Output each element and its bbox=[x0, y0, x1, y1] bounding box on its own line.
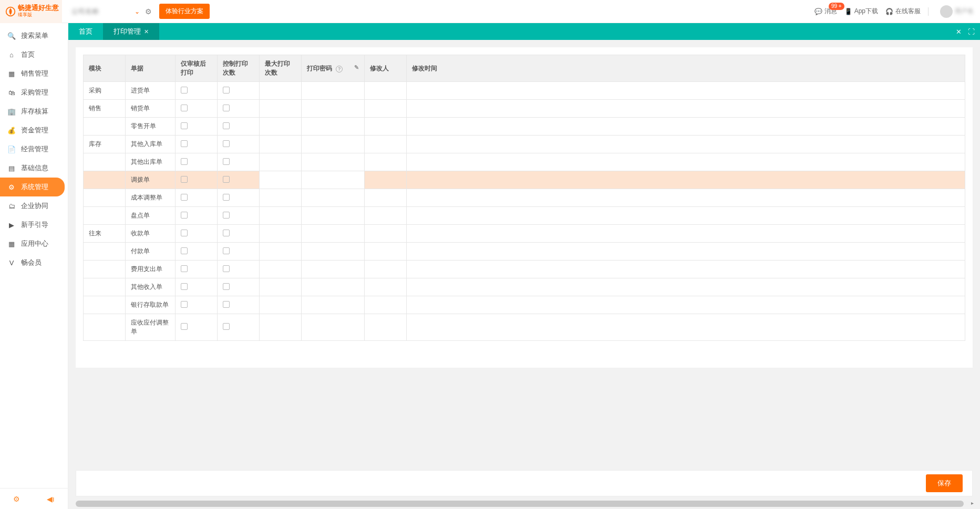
cell-doc: 应收应付调整单 bbox=[126, 314, 176, 341]
checkbox-ctrl-count[interactable] bbox=[223, 105, 230, 111]
cell-modtime bbox=[407, 261, 965, 278]
cell-password bbox=[302, 82, 365, 100]
cell-max-count[interactable] bbox=[260, 171, 302, 189]
checkbox-audit-print[interactable] bbox=[181, 158, 188, 165]
sidebar-item-home[interactable]: ⌂首页 bbox=[0, 45, 68, 64]
checkbox-ctrl-count[interactable] bbox=[223, 323, 230, 330]
sidebar-item-operate[interactable]: 📄经营管理 bbox=[0, 140, 68, 159]
checkbox-ctrl-count[interactable] bbox=[223, 283, 230, 290]
operate-icon: 📄 bbox=[7, 145, 16, 153]
user-menu[interactable]: 用户名 bbox=[936, 5, 974, 18]
sidebar-item-funds[interactable]: 💰资金管理 bbox=[0, 121, 68, 140]
cell-modtime bbox=[407, 243, 965, 261]
messages-badge: 99 + bbox=[829, 3, 844, 10]
checkbox-audit-print[interactable] bbox=[181, 283, 188, 290]
cell-password bbox=[302, 189, 365, 207]
checkbox-audit-print[interactable] bbox=[181, 140, 188, 147]
sidebar-item-basic[interactable]: ▤基础信息 bbox=[0, 159, 68, 178]
help-icon[interactable]: ? bbox=[336, 66, 343, 72]
scroll-right-icon[interactable]: ▸ bbox=[971, 500, 974, 506]
cell-doc: 付款单 bbox=[126, 243, 176, 261]
sidebar-item-vip[interactable]: V畅会员 bbox=[0, 253, 68, 272]
cell-doc: 零售开单 bbox=[126, 118, 176, 136]
cell-module: 销售 bbox=[84, 100, 126, 118]
company-select[interactable]: 公司名称 bbox=[71, 7, 99, 16]
checkbox-ctrl-count[interactable] bbox=[223, 301, 230, 308]
checkbox-audit-print[interactable] bbox=[181, 265, 188, 272]
sidebar-item-apps[interactable]: ▦应用中心 bbox=[0, 234, 68, 253]
settings-icon[interactable]: ⚙ bbox=[13, 495, 20, 503]
funds-icon: 💰 bbox=[7, 126, 16, 134]
checkbox-ctrl-count[interactable] bbox=[223, 212, 230, 219]
checkbox-ctrl-count[interactable] bbox=[223, 230, 230, 236]
phone-icon: 📱 bbox=[844, 8, 852, 15]
tab-print-management[interactable]: 打印管理 ✕ bbox=[103, 23, 159, 40]
checkbox-ctrl-count[interactable] bbox=[223, 194, 230, 201]
sidebar-item-guide[interactable]: ▶新手引导 bbox=[0, 215, 68, 234]
sidebar-item-collab[interactable]: 🗂企业协同 bbox=[0, 196, 68, 215]
cell-module bbox=[84, 243, 126, 261]
cell-password bbox=[302, 261, 365, 278]
tabbar-close-icon[interactable]: ✕ bbox=[956, 28, 962, 36]
horizontal-scrollbar[interactable]: ▸ bbox=[76, 501, 973, 507]
checkbox-ctrl-count[interactable] bbox=[223, 265, 230, 272]
sidebar-item-search[interactable]: 🔍搜索菜单 bbox=[0, 26, 68, 45]
app-download-button[interactable]: 📱 App下载 bbox=[844, 7, 878, 16]
cell-ctrl-count bbox=[218, 82, 260, 100]
close-icon[interactable]: ✕ bbox=[144, 28, 149, 35]
cell-doc: 调拨单 bbox=[126, 171, 176, 189]
checkbox-audit-print[interactable] bbox=[181, 323, 188, 330]
checkbox-ctrl-count[interactable] bbox=[223, 247, 230, 254]
save-button[interactable]: 保存 bbox=[926, 474, 963, 492]
checkbox-audit-print[interactable] bbox=[181, 230, 188, 236]
gear-icon[interactable]: ⚙ bbox=[145, 7, 152, 16]
table-row: 采购进货单 bbox=[84, 82, 965, 100]
checkbox-ctrl-count[interactable] bbox=[223, 140, 230, 147]
checkbox-audit-print[interactable] bbox=[181, 122, 188, 129]
tab-home[interactable]: 首页 bbox=[68, 23, 103, 40]
headset-icon: 🎧 bbox=[885, 8, 893, 15]
cell-ctrl-count bbox=[218, 136, 260, 153]
checkbox-ctrl-count[interactable] bbox=[223, 176, 230, 183]
edit-icon[interactable]: ✎ bbox=[354, 64, 359, 71]
collapse-icon[interactable]: ◀ı bbox=[47, 495, 55, 503]
username: 用户名 bbox=[955, 7, 974, 16]
cell-audit-print bbox=[176, 118, 218, 136]
table-row: 成本调整单 bbox=[84, 189, 965, 207]
sidebar-item-inventory[interactable]: 🏢库存核算 bbox=[0, 102, 68, 121]
cell-ctrl-count bbox=[218, 118, 260, 136]
sidebar-item-label: 资金管理 bbox=[21, 126, 48, 135]
checkbox-audit-print[interactable] bbox=[181, 247, 188, 254]
industry-cta-button[interactable]: 体验行业方案 bbox=[159, 4, 210, 19]
fullscreen-icon[interactable]: ⛶ bbox=[968, 28, 975, 36]
logo[interactable]: 畅捷通好生意 臻享版 bbox=[0, 0, 62, 23]
checkbox-ctrl-count[interactable] bbox=[223, 122, 230, 129]
cell-password[interactable] bbox=[302, 171, 365, 189]
scrollbar-thumb[interactable] bbox=[76, 501, 964, 507]
search-icon: 🔍 bbox=[7, 32, 16, 40]
online-service-button[interactable]: 🎧 在线客服 bbox=[885, 7, 921, 16]
checkbox-audit-print[interactable] bbox=[181, 176, 188, 183]
checkbox-ctrl-count[interactable] bbox=[223, 87, 230, 94]
sidebar-item-label: 系统管理 bbox=[21, 182, 48, 192]
th-audit-print: 仅审核后打印 bbox=[176, 55, 218, 82]
checkbox-audit-print[interactable] bbox=[181, 87, 188, 94]
cell-audit-print bbox=[176, 189, 218, 207]
checkbox-audit-print[interactable] bbox=[181, 105, 188, 111]
sidebar-item-label: 基础信息 bbox=[21, 163, 48, 173]
sidebar-item-sales[interactable]: ▦销售管理 bbox=[0, 64, 68, 83]
sidebar-item-label: 搜索菜单 bbox=[21, 31, 48, 40]
checkbox-ctrl-count[interactable] bbox=[223, 158, 230, 165]
page-body: 模块 单据 仅审核后打印 控制打印次数 最大打印次数 打印密码 ? ✎ 修改人 bbox=[68, 40, 980, 463]
messages-button[interactable]: 💬 消息 99 + bbox=[814, 7, 837, 16]
sidebar-item-system[interactable]: ⚙系统管理 bbox=[0, 178, 65, 196]
checkbox-audit-print[interactable] bbox=[181, 212, 188, 219]
checkbox-audit-print[interactable] bbox=[181, 301, 188, 308]
cell-password bbox=[302, 314, 365, 341]
cell-modtime bbox=[407, 225, 965, 243]
sidebar-item-purchase[interactable]: 🛍采购管理 bbox=[0, 83, 68, 102]
cell-module bbox=[84, 171, 126, 189]
checkbox-audit-print[interactable] bbox=[181, 194, 188, 201]
chevron-down-icon[interactable]: ⌄ bbox=[135, 8, 140, 15]
cell-modifier bbox=[365, 314, 407, 341]
